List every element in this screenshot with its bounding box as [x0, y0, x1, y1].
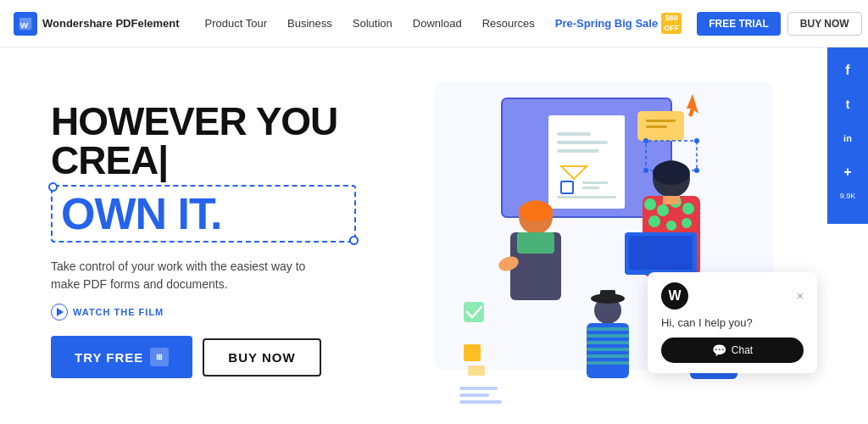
svg-point-19 — [694, 138, 699, 143]
svg-rect-43 — [600, 290, 615, 302]
svg-point-24 — [653, 161, 690, 185]
svg-rect-45 — [587, 327, 629, 331]
hero-buttons: TRY FREE ⊞ BUY NOW — [51, 336, 356, 378]
svg-rect-5 — [548, 115, 625, 209]
svg-point-26 — [644, 198, 656, 210]
svg-rect-55 — [464, 344, 481, 361]
svg-rect-49 — [587, 354, 629, 358]
try-free-button[interactable]: TRY FREE ⊞ — [51, 336, 192, 378]
social-sidebar: f t in + 9.9K — [827, 47, 868, 224]
free-trial-button[interactable]: FREE TRIAL — [697, 12, 781, 36]
svg-rect-33 — [663, 196, 680, 204]
buy-now-nav-button[interactable]: BUY NOW — [787, 12, 862, 36]
nav-links: Product Tour Business Solution Download … — [197, 0, 691, 47]
svg-rect-13 — [557, 196, 616, 198]
svg-point-21 — [694, 168, 699, 173]
logo-text: Wondershare PDFelement — [42, 17, 180, 30]
watch-film-label: WATCH THE FILM — [73, 307, 164, 317]
svg-rect-47 — [587, 341, 629, 344]
svg-rect-12 — [582, 187, 599, 189]
svg-rect-35 — [629, 236, 693, 270]
svg-point-18 — [643, 138, 648, 143]
svg-rect-60 — [459, 400, 502, 404]
svg-point-32 — [682, 218, 692, 228]
own-it-text: OWN IT. — [61, 188, 346, 239]
svg-rect-6 — [557, 132, 591, 136]
hero-subtitle: Take control of your work with the easie… — [51, 258, 322, 293]
nav-download[interactable]: Download — [404, 0, 470, 47]
svg-rect-46 — [587, 334, 629, 338]
svg-point-20 — [643, 168, 648, 173]
svg-rect-50 — [587, 361, 629, 365]
chat-bubble-icon: 💬 — [712, 343, 726, 357]
chat-widget: w × Hi, can I help you? 💬 Chat — [648, 272, 817, 373]
svg-rect-40 — [517, 232, 554, 254]
svg-point-27 — [657, 204, 669, 216]
play-triangle — [57, 308, 64, 316]
social-count: 9.9K — [840, 190, 856, 204]
svg-rect-56 — [468, 365, 485, 376]
linkedin-icon[interactable]: in — [831, 122, 865, 154]
logo[interactable]: W Wondershare PDFelement — [14, 12, 180, 36]
chat-button[interactable]: 💬 Chat — [661, 338, 804, 363]
plus-share-icon[interactable]: + — [831, 156, 865, 188]
os-badge: ⊞ — [150, 348, 169, 366]
nav-product-tour[interactable]: Product Tour — [197, 0, 275, 47]
svg-point-31 — [666, 220, 676, 231]
chat-message: Hi, can I help you? — [661, 316, 804, 329]
nav-solution[interactable]: Solution — [344, 0, 401, 47]
svg-point-37 — [519, 201, 553, 221]
buy-now-hero-button[interactable]: BUY NOW — [203, 338, 320, 377]
svg-rect-58 — [459, 387, 498, 390]
svg-rect-59 — [459, 393, 489, 397]
logo-icon: W — [14, 12, 37, 36]
navbar: W Wondershare PDFelement Product Tour Bu… — [0, 0, 868, 47]
svg-point-30 — [648, 215, 660, 227]
chat-header: w × — [661, 282, 804, 310]
svg-point-29 — [682, 203, 694, 215]
hero-headline: HOWEVER YOU CREA| — [51, 102, 356, 180]
svg-rect-8 — [557, 149, 599, 153]
sale-badge: $60 OFF — [661, 13, 682, 34]
chat-avatar: w — [661, 282, 688, 310]
svg-rect-48 — [587, 348, 629, 351]
nav-actions: FREE TRIAL BUY NOW — [697, 12, 861, 36]
play-icon — [51, 304, 68, 321]
hero-left: HOWEVER YOU CREA| OWN IT. Take control o… — [0, 47, 373, 424]
facebook-icon[interactable]: f — [831, 54, 865, 86]
svg-rect-15 — [646, 120, 676, 122]
watch-film-link[interactable]: WATCH THE FILM — [51, 304, 164, 321]
nav-business[interactable]: Business — [279, 0, 341, 47]
twitter-icon[interactable]: t — [831, 88, 865, 120]
chat-close-button[interactable]: × — [797, 289, 804, 303]
svg-text:W: W — [20, 20, 29, 29]
svg-rect-7 — [557, 141, 608, 144]
nav-resources[interactable]: Resources — [474, 0, 543, 47]
own-it-box: OWN IT. — [51, 185, 356, 243]
nav-sale[interactable]: Pre-Spring Big Sale $60 OFF — [547, 0, 690, 47]
svg-rect-16 — [646, 126, 667, 128]
svg-rect-11 — [582, 181, 608, 184]
